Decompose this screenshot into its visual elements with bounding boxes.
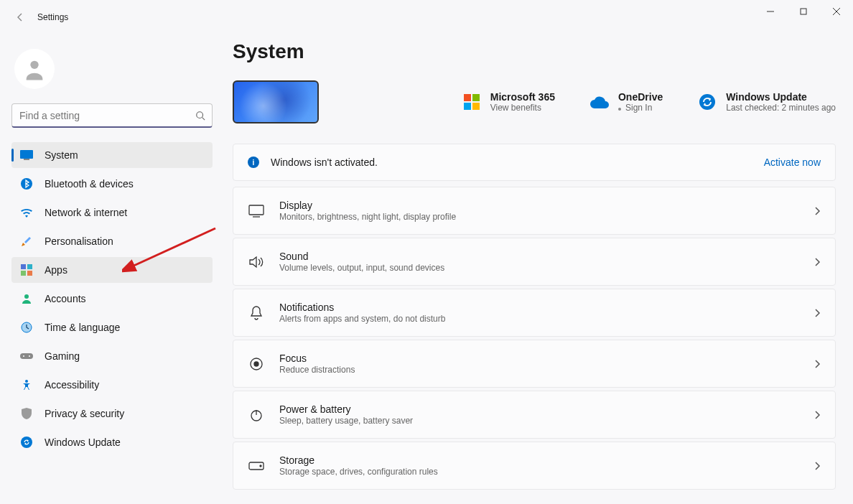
- svg-rect-8: [24, 159, 29, 160]
- shield-icon: [20, 407, 33, 420]
- svg-point-18: [23, 355, 24, 357]
- user-block[interactable]: [11, 40, 215, 103]
- chevron-right-icon: [814, 308, 821, 318]
- window-controls: [754, 0, 853, 23]
- minimize-button[interactable]: [754, 0, 787, 23]
- quicklink-update[interactable]: Windows Update Last checked: 2 minutes a…: [697, 91, 836, 113]
- search-input[interactable]: [11, 103, 213, 128]
- sidebar-item-label: Network & internet: [45, 207, 127, 218]
- title-bar: Settings: [0, 0, 853, 34]
- sidebar-item-label: Bluetooth & devices: [45, 178, 134, 190]
- maximize-button[interactable]: [787, 0, 820, 23]
- back-arrow-icon: [14, 11, 26, 23]
- sidebar-item-update[interactable]: Windows Update: [11, 429, 213, 455]
- svg-rect-23: [472, 94, 480, 101]
- card-title: Notifications: [279, 302, 445, 313]
- card-sub: Monitors, brightness, night light, displ…: [279, 212, 456, 222]
- sidebar-item-apps[interactable]: Apps: [11, 257, 213, 283]
- card-title: Storage: [279, 454, 438, 466]
- quicklink-m365[interactable]: Microsoft 365 View benefits: [462, 91, 555, 113]
- close-button[interactable]: [820, 0, 853, 23]
- svg-point-20: [25, 380, 28, 383]
- card-power[interactable]: Power & battery Sleep, battery usage, ba…: [233, 391, 836, 439]
- update-icon: [697, 92, 717, 112]
- card-display[interactable]: Display Monitors, brightness, night ligh…: [233, 187, 836, 235]
- back-button[interactable]: [11, 9, 29, 26]
- bluetooth-icon: [20, 177, 33, 190]
- sidebar-item-label: Accounts: [45, 293, 86, 304]
- wifi-icon: [20, 206, 33, 219]
- svg-rect-10: [21, 264, 26, 269]
- banner-text: Windows isn't activated.: [271, 157, 378, 168]
- activation-banner: i Windows isn't activated. Activate now: [233, 144, 836, 181]
- sound-icon: [248, 253, 265, 271]
- svg-point-14: [24, 294, 29, 299]
- sidebar-item-label: System: [45, 149, 78, 161]
- sidebar: System Bluetooth & devices Network & int…: [0, 34, 215, 504]
- svg-point-19: [29, 355, 30, 357]
- svg-point-34: [260, 465, 261, 467]
- svg-rect-1: [801, 9, 806, 14]
- maximize-icon: [800, 8, 807, 15]
- chevron-right-icon: [814, 359, 821, 369]
- sidebar-item-label: Privacy & security: [45, 408, 124, 419]
- focus-icon: [248, 355, 265, 373]
- card-sub: Storage space, drives, configuration rul…: [279, 467, 438, 477]
- sidebar-item-label: Time & language: [45, 322, 120, 333]
- display-icon: [248, 202, 265, 220]
- storage-icon: [248, 457, 265, 475]
- card-sub: Sleep, battery usage, battery saver: [279, 416, 413, 426]
- svg-rect-24: [464, 103, 471, 110]
- sidebar-item-accessibility[interactable]: Accessibility: [11, 372, 213, 398]
- main-content: System Microsoft 365 View benefits: [215, 34, 853, 504]
- page-title: System: [233, 40, 836, 63]
- accessibility-icon: [20, 378, 33, 391]
- window-title: Settings: [37, 12, 68, 22]
- apps-icon: [20, 263, 33, 276]
- system-header: Microsoft 365 View benefits OneDrive Sig…: [233, 80, 836, 123]
- svg-point-26: [699, 94, 715, 110]
- activate-link[interactable]: Activate now: [764, 157, 821, 168]
- gamepad-icon: [20, 350, 33, 363]
- chevron-right-icon: [814, 257, 821, 267]
- sidebar-item-personalisation[interactable]: Personalisation: [11, 228, 213, 254]
- sidebar-item-privacy[interactable]: Privacy & security: [11, 401, 213, 426]
- quicklink-sub: Sign In: [618, 103, 663, 113]
- svg-line-6: [202, 118, 205, 121]
- update-icon: [20, 436, 33, 449]
- card-notifications[interactable]: Notifications Alerts from apps and syste…: [233, 289, 836, 337]
- bell-icon: [248, 304, 265, 322]
- sidebar-item-bluetooth[interactable]: Bluetooth & devices: [11, 171, 213, 197]
- chevron-right-icon: [814, 410, 821, 420]
- card-title: Display: [279, 200, 456, 211]
- sidebar-item-network[interactable]: Network & internet: [11, 200, 213, 225]
- quicklink-sub: Last checked: 2 minutes ago: [726, 103, 836, 113]
- onedrive-icon: [589, 92, 610, 112]
- svg-point-21: [21, 437, 32, 448]
- card-title: Focus: [279, 353, 355, 364]
- sidebar-item-time[interactable]: Time & language: [11, 314, 213, 340]
- card-title: Sound: [279, 251, 444, 262]
- svg-point-4: [30, 61, 38, 69]
- quicklink-title: Windows Update: [726, 91, 836, 103]
- card-focus[interactable]: Focus Reduce distractions: [233, 340, 836, 388]
- sidebar-item-accounts[interactable]: Accounts: [11, 286, 213, 312]
- card-sound[interactable]: Sound Volume levels, output, input, soun…: [233, 238, 836, 286]
- svg-rect-22: [464, 94, 471, 101]
- card-storage[interactable]: Storage Storage space, drives, configura…: [233, 442, 836, 490]
- quicklink-onedrive[interactable]: OneDrive Sign In: [589, 91, 663, 113]
- svg-rect-25: [472, 103, 480, 110]
- sidebar-item-label: Windows Update: [45, 437, 121, 448]
- quick-links: Microsoft 365 View benefits OneDrive Sig…: [462, 91, 836, 113]
- sidebar-item-gaming[interactable]: Gaming: [11, 343, 213, 369]
- svg-point-5: [197, 112, 203, 118]
- chevron-right-icon: [814, 206, 821, 216]
- svg-rect-17: [20, 353, 33, 359]
- card-sub: Volume levels, output, input, sound devi…: [279, 263, 444, 273]
- desktop-thumbnail[interactable]: [233, 80, 319, 123]
- close-icon: [833, 8, 840, 15]
- minimize-icon: [767, 8, 774, 15]
- quicklink-title: Microsoft 365: [490, 91, 555, 103]
- sidebar-item-system[interactable]: System: [11, 142, 213, 168]
- avatar: [14, 49, 55, 89]
